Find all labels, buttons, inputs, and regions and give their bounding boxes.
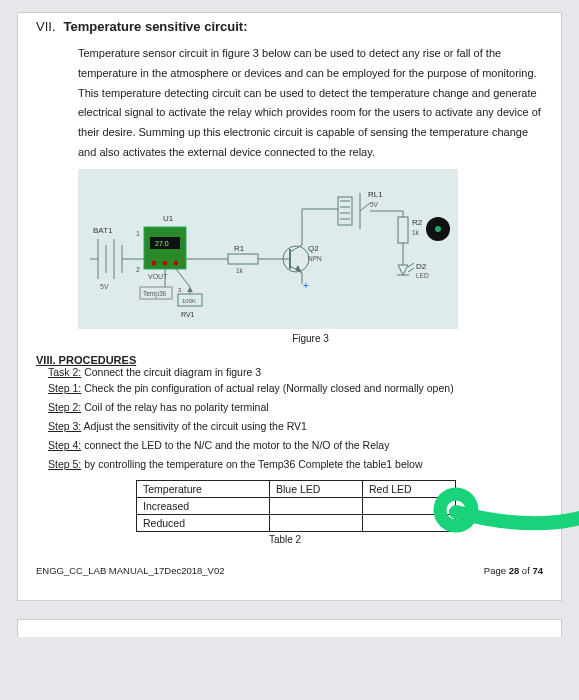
svg-text:R2: R2 <box>412 218 423 227</box>
svg-text:RV1: RV1 <box>181 311 195 318</box>
section-number: VII. <box>36 19 56 34</box>
svg-text:Q2: Q2 <box>308 244 319 253</box>
svg-text:RL1: RL1 <box>368 190 383 199</box>
col-temperature: Temperature <box>137 480 270 497</box>
svg-point-64 <box>435 226 441 232</box>
svg-text:27.0: 27.0 <box>155 240 169 247</box>
footer-right: Page 28 of 74 <box>484 565 543 576</box>
table-2-wrap: Temperature Blue LED Red LED Increased R… <box>136 480 543 545</box>
procedures-heading: VIII. PROCEDURES <box>36 354 543 366</box>
table-row: Increased <box>137 497 456 514</box>
svg-text:5V: 5V <box>370 201 379 208</box>
svg-text:Temp36: Temp36 <box>143 290 167 298</box>
col-blue-led: Blue LED <box>270 480 363 497</box>
section-heading: VII.Temperature sensitive circuit: <box>36 19 543 34</box>
svg-rect-0 <box>78 169 458 329</box>
step-1: Step 1: Check the pin configuration of a… <box>48 382 543 394</box>
page-footer: ENGG_CC_LAB MANUAL_17Dec2018_V02 Page 28… <box>36 565 543 576</box>
task-2: Task 2: Connect the circuit diagram in f… <box>48 366 543 378</box>
next-page-peek <box>17 619 562 637</box>
svg-text:LED: LED <box>416 272 429 279</box>
svg-text:1k: 1k <box>412 229 420 236</box>
svg-text:+: + <box>303 280 309 291</box>
col-red-led: Red LED <box>363 480 456 497</box>
svg-point-10 <box>152 260 157 265</box>
svg-text:BAT1: BAT1 <box>93 226 113 235</box>
figure-3: BAT1 5V 27.0 U1 VOUT Temp36 RV1 3100K R1… <box>78 169 543 344</box>
table-2: Temperature Blue LED Red LED Increased R… <box>136 480 456 532</box>
svg-text:1k: 1k <box>236 267 244 274</box>
table-row: Temperature Blue LED Red LED <box>137 480 456 497</box>
svg-point-11 <box>163 260 168 265</box>
table-caption: Table 2 <box>136 534 434 545</box>
intro-paragraph: Temperature sensor circuit in figure 3 b… <box>78 44 543 163</box>
svg-text:D2: D2 <box>416 262 427 271</box>
task-text: Connect the circuit diagram in figure 3 <box>81 366 261 378</box>
step-3: Step 3: Adjust the sensitivity of the ci… <box>48 420 543 432</box>
step-5: Step 5: by controlling the temperature o… <box>48 458 543 470</box>
circuit-diagram: BAT1 5V 27.0 U1 VOUT Temp36 RV1 3100K R1… <box>78 169 458 329</box>
step-2: Step 2: Coil of the relay has no polarit… <box>48 401 543 413</box>
task-label: Task 2: <box>48 366 81 378</box>
figure-caption: Figure 3 <box>78 333 543 344</box>
svg-text:R1: R1 <box>234 244 245 253</box>
svg-text:U1: U1 <box>163 214 174 223</box>
svg-text:5V: 5V <box>100 283 109 290</box>
svg-text:2: 2 <box>136 266 140 273</box>
document-page: VII.Temperature sensitive circuit: Tempe… <box>17 12 562 601</box>
svg-text:NPN: NPN <box>308 255 322 262</box>
svg-point-12 <box>174 260 179 265</box>
step-4: Step 4: connect the LED to the N/C and t… <box>48 439 543 451</box>
section-title: Temperature sensitive circuit: <box>64 19 248 34</box>
table-row: Reduced <box>137 514 456 531</box>
footer-left: ENGG_CC_LAB MANUAL_17Dec2018_V02 <box>36 565 225 576</box>
svg-text:100K: 100K <box>182 298 196 304</box>
svg-text:1: 1 <box>136 230 140 237</box>
